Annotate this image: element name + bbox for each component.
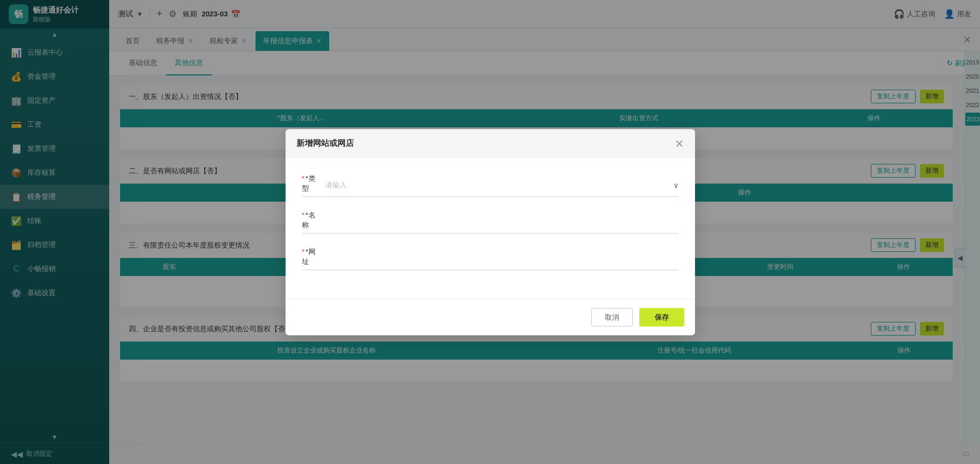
dropdown-arrow-icon[interactable]: ∨ <box>673 180 679 189</box>
type-label: **类型 <box>302 173 322 193</box>
dialog-header: 新增网站或网店 ✕ <box>286 129 695 158</box>
name-input[interactable] <box>322 214 679 229</box>
dialog-footer: 取消 保存 <box>286 298 695 335</box>
name-label: **名称 <box>302 210 322 230</box>
form-row-type: **类型 ∨ <box>302 173 679 197</box>
dialog-close-icon[interactable]: ✕ <box>675 138 684 149</box>
name-input-wrap: **名称 <box>302 210 679 233</box>
form-row-name: **名称 <box>302 210 679 233</box>
url-input[interactable] <box>322 251 679 266</box>
cancel-button[interactable]: 取消 <box>591 308 633 326</box>
url-input-wrap: **网址 <box>302 246 679 270</box>
dialog-title: 新增网站或网店 <box>296 138 354 149</box>
name-required-mark: * <box>302 210 305 219</box>
dialog-add-website: 新增网站或网店 ✕ **类型 ∨ **名称 <box>286 129 695 335</box>
form-row-url: **网址 <box>302 246 679 270</box>
dialog-body: **类型 ∨ **名称 **网址 <box>286 158 695 298</box>
type-input-wrap: **类型 ∨ <box>302 173 679 197</box>
url-label: **网址 <box>302 246 322 266</box>
save-button[interactable]: 保存 <box>639 308 684 326</box>
type-input[interactable] <box>321 178 673 192</box>
type-required-mark: * <box>302 174 305 182</box>
url-required-mark: * <box>302 247 305 255</box>
